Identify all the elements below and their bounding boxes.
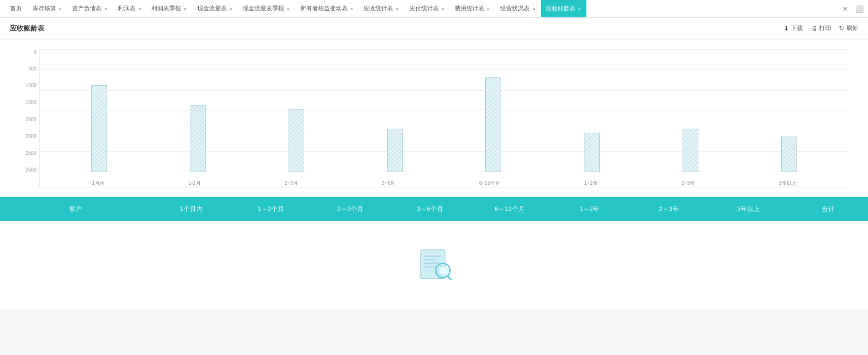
tab-profit-quarterly[interactable]: 利润表季报 × [146, 0, 192, 18]
y-axis: 2500 2500 2500 2000 1500 1000 500 0 [20, 49, 39, 187]
print-button[interactable]: 🖨 打印 [811, 24, 831, 33]
tab-balance[interactable]: 资产负债表 × [67, 0, 112, 18]
th-customer: 客户 [0, 205, 151, 213]
x-label-2: 2~3月 [285, 180, 298, 187]
bar-group-2 [289, 109, 304, 172]
y-label-1500: 1500 [20, 100, 36, 105]
tab-biz-status[interactable]: 经营状况表 × [495, 0, 541, 18]
refresh-button[interactable]: ↻ 刷新 [839, 24, 858, 33]
close-ar-stat[interactable]: × [396, 6, 398, 12]
x-label-5: 1~2年 [584, 180, 598, 187]
x-label-6: 2~3年 [682, 180, 695, 187]
maximize-button[interactable]: ⬜ [854, 4, 864, 14]
window-controls: ✕ ⬜ [840, 4, 864, 14]
close-profit-quarterly[interactable]: × [183, 6, 186, 12]
print-icon: 🖨 [811, 25, 817, 32]
tab-ar-stat[interactable]: 应收统计表 × [359, 0, 404, 18]
bar-group-4 [485, 77, 501, 172]
y-label-500: 500 [20, 66, 36, 71]
close-inventory[interactable]: × [59, 6, 62, 12]
x-labels: 1月内1-2月2~3月3~6月6~12个月1~2年2~3年3年以上 [40, 180, 848, 187]
close-equity[interactable]: × [350, 6, 353, 12]
x-label-1: 1-2月 [188, 180, 200, 187]
bars-row [40, 49, 848, 172]
th-year2to3: 2～3年 [629, 205, 709, 213]
bar-0 [91, 85, 107, 172]
bar-1 [190, 105, 206, 172]
close-profit[interactable]: × [138, 6, 141, 12]
y-label-1000: 1000 [20, 83, 36, 88]
tab-home[interactable]: 首页 [4, 4, 28, 13]
bar-2 [289, 109, 304, 172]
bar-6 [683, 129, 698, 172]
y-label-2000: 2000 [20, 117, 36, 122]
th-month3to6: 3～6个月 [390, 205, 470, 213]
bar-group-5 [584, 133, 600, 172]
y-label-2500a: 2500 [20, 150, 36, 156]
th-year1to2: 1～2年 [549, 205, 629, 213]
bar-4 [485, 77, 501, 172]
x-label-4: 6~12个月 [479, 180, 501, 187]
th-year3plus: 3年以上 [709, 205, 788, 213]
y-label-0: 0 [20, 49, 36, 55]
download-icon: ⬇ [784, 25, 789, 32]
close-cashflow-quarterly[interactable]: × [287, 6, 289, 12]
th-month1to2: 1～2个月 [231, 205, 310, 213]
tab-inventory[interactable]: 库存核算 × [28, 0, 67, 18]
x-label-0: 1月内 [92, 180, 105, 187]
empty-illustration [412, 243, 456, 287]
y-label-2500b: 2500 [20, 167, 36, 173]
svg-rect-1 [424, 255, 441, 257]
page-title: 应收账龄表 [10, 24, 44, 33]
bar-5 [584, 133, 600, 172]
bar-3 [387, 129, 403, 172]
download-button[interactable]: ⬇ 下载 [784, 24, 803, 33]
svg-rect-3 [424, 263, 440, 264]
tab-equity[interactable]: 所有者权益变动表 × [295, 0, 359, 18]
bar-7 [781, 137, 797, 172]
bar-group-3 [387, 129, 403, 172]
tab-ar-aging[interactable]: 应收账龄表 × [541, 0, 586, 18]
close-ap-stat[interactable]: × [441, 6, 444, 12]
th-month1: 1个月内 [151, 205, 231, 213]
refresh-icon: ↻ [839, 25, 844, 32]
svg-point-6 [438, 266, 447, 275]
y-label-2500c: 2500 [20, 134, 36, 139]
main-content: 2500 2500 2500 2000 1500 1000 500 0 [0, 39, 868, 310]
bar-group-6 [683, 129, 698, 172]
svg-rect-2 [424, 259, 437, 260]
chart-container: 2500 2500 2500 2000 1500 1000 500 0 [20, 49, 848, 187]
header-actions: ⬇ 下载 🖨 打印 ↻ 刷新 [784, 24, 858, 33]
close-balance[interactable]: × [104, 6, 107, 12]
x-label-7: 3年以上 [779, 180, 796, 187]
tab-cashflow-quarterly[interactable]: 现金流量表季报 × [238, 0, 295, 18]
tab-cashflow[interactable]: 现金流量表 × [192, 0, 238, 18]
chart-area: 2500 2500 2500 2000 1500 1000 500 0 [0, 39, 868, 197]
tab-profit[interactable]: 利润表 × [113, 0, 146, 18]
th-month2to3: 2～3个月 [311, 205, 390, 213]
tab-ap-stat[interactable]: 应付统计表 × [404, 0, 450, 18]
tab-expense-stat[interactable]: 费用统计表 × [450, 0, 495, 18]
table-header: 客户1个月内1～2个月2～3个月3～6个月6～12个月1～2年2～3年3年以上合… [0, 197, 868, 221]
close-cashflow[interactable]: × [229, 6, 232, 12]
chart-body: 1月内1-2月2~3月3~6月6~12个月1~2年2~3年3年以上 [39, 49, 848, 187]
tab-bar: 首页 库存核算 × 资产负债表 × 利润表 × 利润表季报 × 现金流量表 × … [0, 0, 868, 18]
bar-group-7 [781, 137, 797, 172]
page-header: 应收账龄表 ⬇ 下载 🖨 打印 ↻ 刷新 [0, 18, 868, 39]
svg-line-7 [447, 276, 451, 280]
th-total: 合计 [789, 205, 868, 213]
minimize-button[interactable]: ✕ [840, 4, 850, 14]
empty-area [0, 221, 868, 310]
close-biz-status[interactable]: × [532, 6, 535, 12]
svg-rect-4 [424, 266, 435, 268]
close-ar-aging[interactable]: × [578, 6, 581, 12]
th-month6to12: 6～12个月 [470, 205, 549, 213]
close-expense-stat[interactable]: × [487, 6, 490, 12]
x-label-3: 3~6月 [382, 180, 395, 187]
bar-group-1 [190, 105, 206, 172]
bar-group-0 [91, 85, 107, 172]
